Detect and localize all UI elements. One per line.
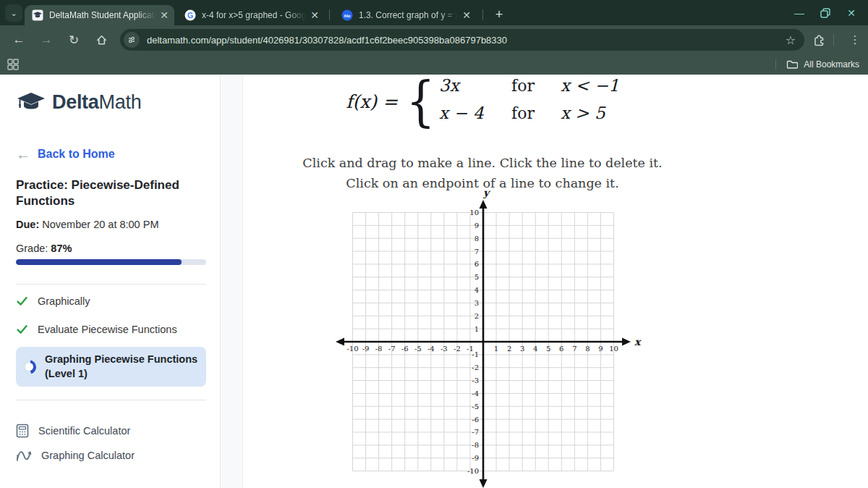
tab-filo[interactable]: filo 1.3. Correct graph of y = x - 4 is … bbox=[334, 5, 477, 25]
svg-text:2: 2 bbox=[507, 345, 511, 353]
graphing-calculator-link[interactable]: Graphing Calculator bbox=[16, 448, 205, 463]
svg-text:-3: -3 bbox=[441, 345, 448, 353]
tab-title: x-4 for x>5 graphed - Google S bbox=[202, 10, 306, 20]
new-tab-button[interactable]: + bbox=[490, 5, 509, 24]
url-bar[interactable]: deltamath.com/app/student/4026981/303078… bbox=[120, 29, 804, 51]
calculator-icon bbox=[16, 424, 29, 438]
svg-text:3: 3 bbox=[475, 299, 479, 307]
graduation-cap-icon bbox=[16, 91, 46, 114]
svg-text:8: 8 bbox=[585, 345, 590, 353]
tab-search-button[interactable]: ⌄ bbox=[5, 4, 22, 22]
tab-close-icon[interactable]: ✕ bbox=[462, 10, 471, 20]
forward-icon[interactable]: → bbox=[38, 31, 55, 49]
scientific-calculator-link[interactable]: Scientific Calculator bbox=[16, 424, 205, 438]
tool-label: Scientific Calculator bbox=[38, 425, 130, 437]
function-lhs: f(x) = bbox=[346, 91, 398, 112]
svg-text:5: 5 bbox=[546, 345, 550, 353]
all-bookmarks-label: All Bookmarks bbox=[804, 59, 859, 70]
grade: Grade: 87% bbox=[16, 243, 205, 254]
svg-text:-9: -9 bbox=[472, 454, 479, 462]
window-controls: — ✕ bbox=[791, 0, 868, 25]
check-icon bbox=[16, 295, 28, 307]
svg-text:4: 4 bbox=[533, 345, 537, 353]
condition: x < −1 bbox=[561, 76, 619, 95]
svg-text:-8: -8 bbox=[375, 345, 383, 353]
svg-text:7: 7 bbox=[475, 248, 479, 256]
instruction-line: Click and drag to make a line. Click the… bbox=[244, 153, 721, 173]
for-keyword: for bbox=[511, 77, 543, 95]
skill-item-graphically[interactable]: Graphically bbox=[16, 295, 206, 307]
url-text[interactable]: deltamath.com/app/student/4026981/303078… bbox=[147, 35, 786, 46]
svg-text:10: 10 bbox=[609, 345, 618, 353]
svg-text:G: G bbox=[187, 11, 193, 20]
extensions-puzzle-icon[interactable] bbox=[810, 31, 827, 49]
formula-rows: 3x for x < −1 x − 4 for x > 5 bbox=[439, 75, 619, 128]
svg-text:2: 2 bbox=[475, 312, 479, 320]
skill-item-evaluate-piecewise[interactable]: Evaluate Piecewise Functions bbox=[16, 324, 206, 335]
reload-icon[interactable]: ↻ bbox=[65, 31, 82, 49]
tab-title: DeltaMath Student Application bbox=[49, 10, 156, 20]
formula-row: 3x for x < −1 bbox=[439, 76, 619, 101]
svg-text:-4: -4 bbox=[427, 345, 435, 353]
formula-row: x − 4 for x > 5 bbox=[439, 104, 619, 128]
svg-text:-5: -5 bbox=[414, 345, 422, 353]
svg-text:8: 8 bbox=[475, 235, 479, 243]
due-date: Due: November 20 at 8:00 PM bbox=[16, 219, 205, 230]
menu-dots-icon[interactable]: ⋮ bbox=[846, 31, 864, 49]
page-content: DeltaMath ← Back to Home Practice: Piece… bbox=[0, 75, 868, 488]
tab-google-search[interactable]: G x-4 for x>5 graphed - Google S ✕ bbox=[177, 5, 325, 25]
svg-text:-9: -9 bbox=[362, 345, 370, 353]
svg-text:1: 1 bbox=[475, 325, 479, 333]
restore-icon[interactable] bbox=[817, 5, 833, 21]
tab-close-icon[interactable]: ✕ bbox=[310, 10, 319, 20]
svg-text:3: 3 bbox=[520, 345, 524, 353]
tool-label: Graphing Calculator bbox=[41, 450, 135, 461]
piecewise-function-formula: f(x) = { 3x for x < −1 x − 4 for x > 5 bbox=[244, 75, 721, 128]
deltamath-favicon-icon bbox=[32, 9, 43, 21]
svg-text:-2: -2 bbox=[472, 363, 479, 371]
site-info-icon[interactable] bbox=[124, 32, 140, 48]
svg-text:-5: -5 bbox=[472, 403, 479, 411]
browser-window: ⌄ DeltaMath Student Application ✕ G x-4 … bbox=[0, 0, 868, 488]
svg-text:-1: -1 bbox=[472, 350, 479, 358]
svg-text:-10: -10 bbox=[346, 345, 358, 353]
wave-icon bbox=[16, 448, 32, 463]
tab-separator bbox=[482, 9, 483, 20]
google-favicon-icon: G bbox=[184, 9, 196, 21]
svg-text:-6: -6 bbox=[472, 416, 479, 424]
tab-title: 1.3. Correct graph of y = x - 4 is bbox=[359, 10, 458, 20]
svg-text:-7: -7 bbox=[388, 345, 396, 353]
all-bookmarks-button[interactable]: All Bookmarks bbox=[775, 54, 859, 75]
svg-text:10: 10 bbox=[469, 209, 479, 216]
skill-item-graphing-piecewise-active[interactable]: Graphing Piecewise Functions (Level 1) bbox=[16, 347, 206, 387]
svg-text:6: 6 bbox=[559, 345, 563, 353]
svg-text:7: 7 bbox=[572, 345, 576, 353]
sidebar: DeltaMath ← Back to Home Practice: Piece… bbox=[0, 75, 221, 488]
curly-brace: { bbox=[406, 77, 435, 126]
back-to-home-link[interactable]: ← Back to Home bbox=[16, 147, 205, 161]
tab-close-icon[interactable]: ✕ bbox=[160, 10, 169, 20]
tab-deltamath[interactable]: DeltaMath Student Application ✕ bbox=[25, 5, 174, 25]
back-icon[interactable]: ← bbox=[10, 31, 27, 49]
deltamath-logo[interactable]: DeltaMath bbox=[16, 88, 205, 117]
home-icon[interactable] bbox=[93, 31, 110, 49]
svg-text:filo: filo bbox=[344, 14, 351, 18]
coordinate-grid[interactable]: -10-9-8-7-6-5-4-3-2-112345678910-10-9-8-… bbox=[331, 188, 642, 488]
for-keyword: for bbox=[511, 104, 543, 122]
svg-text:-8: -8 bbox=[472, 441, 479, 449]
bookmark-star-icon[interactable]: ☆ bbox=[786, 33, 796, 47]
interactive-graph[interactable]: -10-9-8-7-6-5-4-3-2-112345678910-10-9-8-… bbox=[331, 188, 642, 488]
chevron-down-icon: ⌄ bbox=[10, 9, 17, 18]
sidebar-scroll-gutter[interactable] bbox=[221, 75, 243, 488]
toolbar-separator bbox=[833, 34, 834, 46]
back-to-home-label: Back to Home bbox=[38, 148, 115, 161]
minimize-icon[interactable]: — bbox=[791, 5, 807, 21]
svg-text:x: x bbox=[634, 336, 642, 348]
svg-text:-7: -7 bbox=[472, 428, 479, 436]
svg-text:-10: -10 bbox=[467, 467, 479, 475]
svg-text:-6: -6 bbox=[401, 345, 409, 353]
close-window-icon[interactable]: ✕ bbox=[843, 5, 859, 21]
apps-grid-icon[interactable] bbox=[7, 59, 19, 73]
svg-text:y: y bbox=[482, 188, 491, 199]
divider bbox=[16, 284, 206, 285]
